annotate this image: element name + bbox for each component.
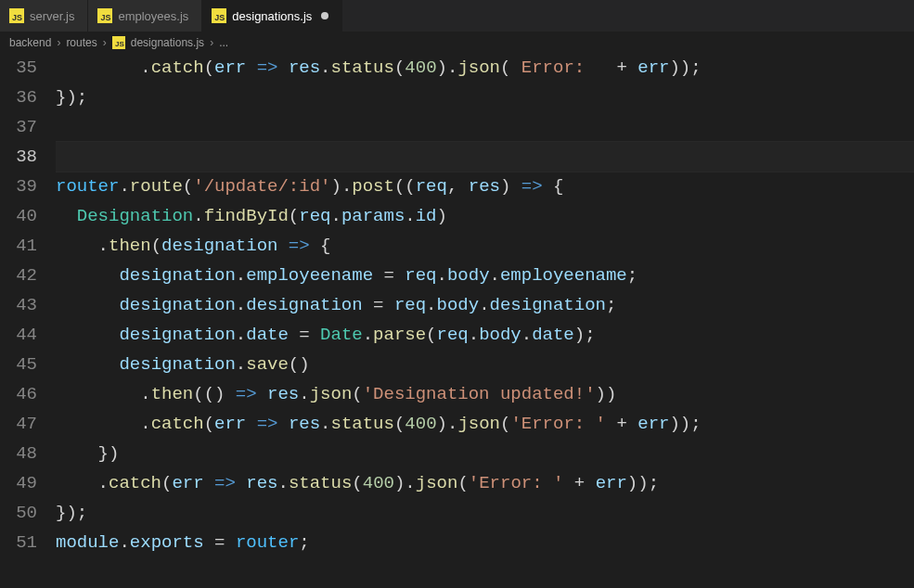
tab-label: server.js — [30, 9, 74, 23]
code-line[interactable] — [56, 142, 914, 172]
modified-indicator-icon — [321, 12, 328, 19]
breadcrumb[interactable]: backend › routes › JS designations.js › … — [0, 32, 914, 53]
tab-label: employees.js — [118, 9, 188, 23]
js-file-icon: JS — [112, 36, 125, 49]
breadcrumb-part[interactable]: backend — [9, 36, 51, 49]
line-number: 42 — [0, 261, 37, 290]
line-number: 39 — [0, 172, 37, 201]
line-number: 44 — [0, 320, 37, 350]
code-content[interactable]: .catch(err => res.status(400).json( Erro… — [56, 53, 914, 588]
code-line[interactable]: }); — [56, 498, 914, 528]
breadcrumb-file[interactable]: designations.js — [131, 36, 204, 49]
line-number: 41 — [0, 231, 37, 261]
line-number: 49 — [0, 468, 37, 498]
code-line[interactable]: designation.employeename = req.body.empl… — [56, 261, 914, 290]
code-line[interactable]: module.exports = router; — [56, 528, 914, 557]
tab-designations-js[interactable]: JSdesignations.js — [202, 0, 342, 32]
line-number: 38 — [0, 142, 37, 172]
line-number: 48 — [0, 439, 37, 468]
code-line[interactable]: .then(designation => { — [56, 231, 914, 261]
tab-bar: JSserver.jsJSemployees.jsJSdesignations.… — [0, 0, 914, 32]
chevron-right-icon: › — [103, 36, 107, 49]
line-number: 37 — [0, 112, 37, 142]
line-number: 51 — [0, 528, 37, 557]
code-line[interactable] — [56, 112, 914, 142]
code-line[interactable]: }) — [56, 439, 914, 468]
line-number: 35 — [0, 53, 37, 83]
code-line[interactable]: designation.save() — [56, 350, 914, 379]
line-number: 46 — [0, 379, 37, 409]
js-file-icon: JS — [97, 8, 112, 23]
tab-server-js[interactable]: JSserver.js — [0, 0, 88, 32]
breadcrumb-part[interactable]: routes — [66, 36, 97, 49]
tab-label: designations.js — [232, 9, 312, 23]
code-line[interactable]: .catch(err => res.status(400).json( Erro… — [56, 53, 914, 83]
line-number: 45 — [0, 350, 37, 379]
code-line[interactable]: .then(() => res.json('Designation update… — [56, 379, 914, 409]
code-line[interactable]: .catch(err => res.status(400).json('Erro… — [56, 409, 914, 439]
code-editor[interactable]: 3536373839404142434445464748495051 .catc… — [0, 53, 914, 588]
code-line[interactable]: designation.date = Date.parse(req.body.d… — [56, 320, 914, 350]
line-number: 50 — [0, 498, 37, 528]
code-line[interactable]: Designation.findById(req.params.id) — [56, 201, 914, 231]
tab-employees-js[interactable]: JSemployees.js — [88, 0, 202, 32]
breadcrumb-tail[interactable]: ... — [219, 36, 228, 49]
line-number: 43 — [0, 290, 37, 320]
line-number: 36 — [0, 83, 37, 112]
line-number: 47 — [0, 409, 37, 439]
code-line[interactable]: .catch(err => res.status(400).json('Erro… — [56, 468, 914, 498]
line-number: 40 — [0, 201, 37, 231]
chevron-right-icon: › — [210, 36, 213, 49]
code-line[interactable]: designation.designation = req.body.desig… — [56, 290, 914, 320]
code-line[interactable]: }); — [56, 83, 914, 112]
chevron-right-icon: › — [57, 36, 60, 49]
js-file-icon: JS — [212, 8, 226, 23]
line-number-gutter: 3536373839404142434445464748495051 — [0, 53, 56, 588]
js-file-icon: JS — [9, 8, 24, 23]
code-line[interactable]: router.route('/update/:id').post((req, r… — [56, 172, 914, 201]
